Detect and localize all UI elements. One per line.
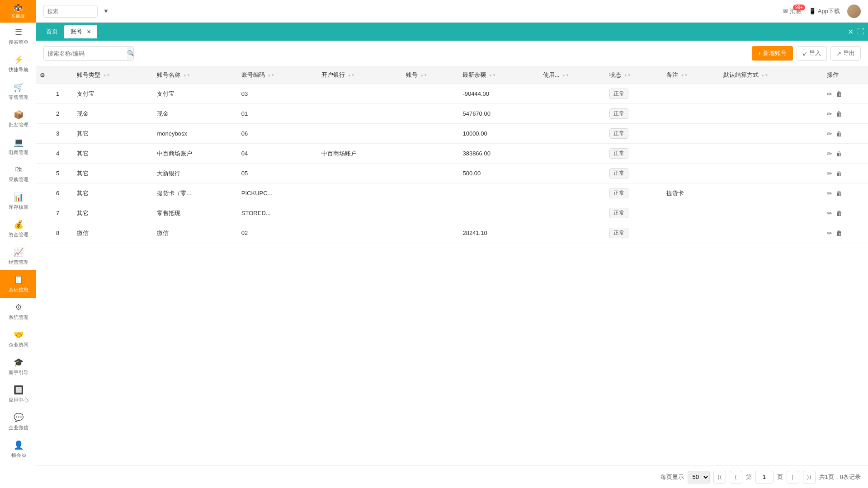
add-account-button[interactable]: + 新增账号: [752, 46, 793, 61]
table-body: 1 支付宝 支付宝 03 -90444.00 正常 ✏ 🗑 2 现金 现金 01: [36, 84, 868, 243]
tab-account-close-icon[interactable]: ✕: [87, 29, 91, 35]
export-button[interactable]: ↗ 导出: [830, 46, 861, 61]
tab-account[interactable]: 账号 ✕: [64, 25, 97, 38]
cell-gear: [36, 124, 52, 144]
th-account[interactable]: 账号 ▲▼: [402, 66, 459, 84]
sidebar-item-label: 系统管理: [9, 314, 28, 321]
edit-button[interactable]: ✏: [827, 190, 832, 197]
sidebar-item-inventory[interactable]: 📊 库存核算: [0, 188, 36, 215]
cell-code: 02: [238, 223, 318, 243]
sidebar-item-purchase-mgmt[interactable]: 🛍 采购管理: [0, 160, 36, 188]
sidebar-item-member[interactable]: 👤 畅会员: [0, 436, 36, 463]
sort-icon: ▲▼: [624, 74, 631, 77]
cell-remark: [663, 144, 720, 164]
import-button[interactable]: ↙ 导入: [797, 46, 827, 61]
cell-default-settle: [720, 104, 823, 124]
import-icon: ↙: [802, 50, 807, 57]
delete-button[interactable]: 🗑: [836, 110, 842, 117]
cell-name: 提货卡（零...: [153, 183, 237, 203]
total-label: 共1页，8条记录: [819, 473, 861, 481]
cell-status: 正常: [606, 164, 663, 183]
cell-code: PICKUPC...: [238, 183, 318, 203]
edit-button[interactable]: ✏: [827, 110, 832, 117]
th-default-settle[interactable]: 默认结算方式 ▲▼: [720, 66, 823, 84]
sidebar-item-wholesale-mgmt[interactable]: 📦 批发管理: [0, 105, 36, 133]
purchase-mgmt-icon: 🛍: [14, 165, 23, 174]
th-usage[interactable]: 使用... ▲▼: [539, 66, 606, 84]
edit-button[interactable]: ✏: [827, 170, 832, 177]
sidebar-item-basic-info[interactable]: 📋 基础信息: [0, 270, 36, 298]
last-page-button[interactable]: ⟩⟩: [803, 471, 816, 483]
prev-page-button[interactable]: ⟨: [730, 471, 742, 483]
topbar-app-download-btn[interactable]: 📱 App下载: [809, 7, 840, 15]
cell-gear: [36, 104, 52, 124]
cell-bank: [318, 164, 402, 183]
delete-button[interactable]: 🗑: [836, 230, 842, 237]
next-page-button[interactable]: ⟩: [787, 471, 799, 483]
tab-home[interactable]: 首页: [40, 25, 64, 38]
delete-button[interactable]: 🗑: [836, 130, 842, 137]
cell-remark: [663, 203, 720, 223]
th-balance[interactable]: 最新余额 ▲▼: [459, 66, 539, 84]
cell-balance: [459, 203, 539, 223]
delete-button[interactable]: 🗑: [836, 210, 842, 217]
cell-balance: 383866.00: [459, 144, 539, 164]
edit-button[interactable]: ✏: [827, 90, 832, 98]
tabbar-maximize-btn[interactable]: ⛶: [857, 28, 864, 36]
cell-action: ✏ 🗑: [823, 183, 868, 203]
topbar-search-input[interactable]: [43, 5, 98, 18]
cell-type: 支付宝: [73, 84, 153, 104]
sidebar-item-new-guide[interactable]: 🎓 新手引导: [0, 353, 36, 380]
cell-action: ✏ 🗑: [823, 223, 868, 243]
edit-button[interactable]: ✏: [827, 150, 832, 157]
sidebar-item-label: 企业协同: [9, 342, 28, 348]
topbar-message-btn[interactable]: ✉ 消息 99+: [783, 7, 802, 15]
tab-home-label: 首页: [46, 28, 58, 36]
sidebar-item-search-menu[interactable]: ☰ 搜索菜单: [0, 23, 36, 50]
cell-code: 04: [238, 144, 318, 164]
content-search-input[interactable]: [44, 50, 127, 57]
sidebar-item-operation-mgmt[interactable]: 📈 经营管理: [0, 243, 36, 270]
sidebar-item-enterprise-wechat[interactable]: 💬 企业微信: [0, 408, 36, 436]
topbar-dropdown[interactable]: ▼: [103, 8, 109, 14]
status-badge: 正常: [609, 148, 628, 159]
sidebar-item-app-center[interactable]: 🔲 应用中心: [0, 380, 36, 408]
edit-button[interactable]: ✏: [827, 130, 832, 137]
delete-button[interactable]: 🗑: [836, 150, 842, 157]
sidebar-item-quick-nav[interactable]: ⚡ 快捷导航: [0, 50, 36, 78]
cell-account: [402, 183, 459, 203]
cell-name: 微信: [153, 223, 237, 243]
sidebar-item-label: 基础信息: [9, 286, 28, 293]
th-name[interactable]: 账号名称 ▲▼: [153, 66, 237, 84]
tabbar-close-btn[interactable]: ✕: [848, 28, 854, 36]
cell-status: 正常: [606, 124, 663, 144]
sidebar-item-ecommerce-mgmt[interactable]: 💻 电商管理: [0, 133, 36, 160]
page-size-select[interactable]: 50: [688, 471, 710, 483]
first-page-button[interactable]: ⟨⟨: [713, 471, 726, 483]
th-bank[interactable]: 开户银行 ▲▼: [318, 66, 402, 84]
delete-button[interactable]: 🗑: [836, 170, 842, 177]
sidebar-item-system-mgmt[interactable]: ⚙ 系统管理: [0, 298, 36, 325]
gear-icon[interactable]: ⚙: [40, 72, 45, 79]
cell-name: moneybosx: [153, 124, 237, 144]
sidebar-item-enterprise-agree[interactable]: 🤝 企业协同: [0, 325, 36, 353]
sidebar-item-capital-mgmt[interactable]: 💰 资金管理: [0, 215, 36, 243]
th-code[interactable]: 账号编码 ▲▼: [238, 66, 318, 84]
quick-nav-icon: ⚡: [14, 55, 24, 65]
current-page-input[interactable]: [755, 471, 774, 483]
content-search-button[interactable]: 🔍: [127, 46, 134, 61]
sidebar: 🐯 乐商版 ☰ 搜索菜单 ⚡ 快捷导航 🛒 零售管理 📦 批发管理 💻 电商管理…: [0, 0, 36, 488]
th-remark[interactable]: 备注 ▲▼: [663, 66, 720, 84]
sidebar-item-label: 搜索菜单: [9, 39, 28, 46]
sidebar-item-retail-mgmt[interactable]: 🛒 零售管理: [0, 78, 36, 105]
topbar-app-label: App下载: [818, 7, 840, 15]
system-mgmt-icon: ⚙: [15, 302, 22, 312]
user-avatar[interactable]: [847, 5, 861, 18]
th-type[interactable]: 账号类型 ▲▼: [73, 66, 153, 84]
th-status[interactable]: 状态 ▲▼: [606, 66, 663, 84]
delete-button[interactable]: 🗑: [836, 190, 842, 197]
edit-button[interactable]: ✏: [827, 230, 832, 237]
edit-button[interactable]: ✏: [827, 210, 832, 217]
cell-index: 1: [52, 84, 73, 104]
delete-button[interactable]: 🗑: [836, 90, 842, 98]
